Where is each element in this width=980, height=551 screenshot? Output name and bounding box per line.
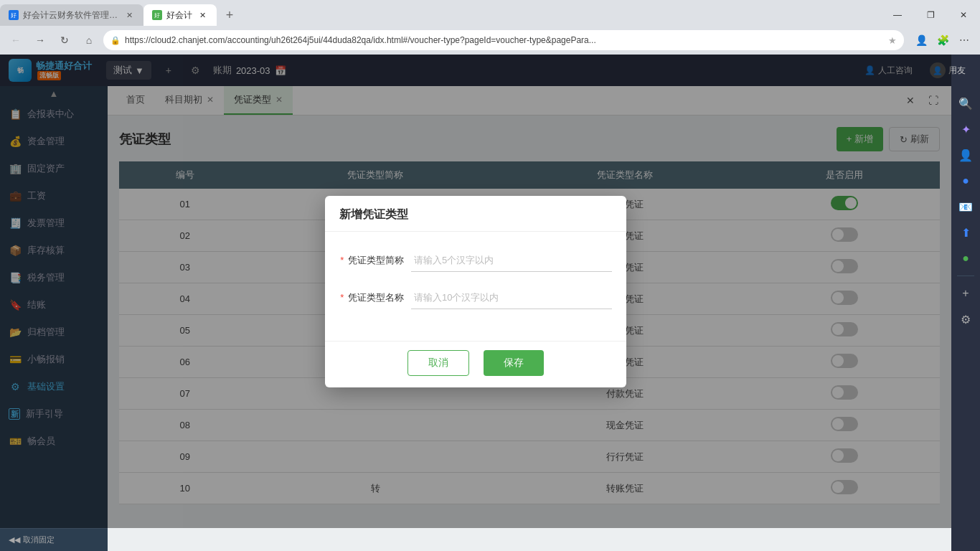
profile-icon[interactable]: 👤 bbox=[911, 30, 931, 50]
new-tab-button[interactable]: + bbox=[220, 5, 240, 25]
tab2-title: 好会计 bbox=[166, 9, 192, 22]
tab2-favicon: 好 bbox=[152, 10, 162, 20]
tab1-favicon: 好 bbox=[9, 10, 19, 20]
lock-icon: 🔒 bbox=[110, 36, 121, 45]
name-input[interactable] bbox=[411, 286, 612, 309]
browser-menu[interactable]: ⋯ bbox=[954, 30, 974, 50]
reload-button[interactable]: ↻ bbox=[55, 30, 75, 50]
rp-circle-btn[interactable]: ● bbox=[954, 169, 977, 192]
restore-button[interactable]: ❐ bbox=[914, 2, 947, 28]
name-label: * 凭证类型名称 bbox=[339, 291, 411, 304]
home-button[interactable]: ⌂ bbox=[79, 30, 99, 50]
tab2-close[interactable]: ✕ bbox=[197, 9, 208, 21]
tab1-close[interactable]: ✕ bbox=[123, 9, 135, 21]
abbr-input[interactable] bbox=[411, 249, 612, 272]
rp-divider bbox=[957, 276, 974, 276]
abbr-form-row: * 凭证类型简称 bbox=[339, 249, 612, 272]
modal-title: 新增凭证类型 bbox=[339, 208, 408, 220]
rp-email-btn[interactable]: 📧 bbox=[954, 195, 977, 218]
name-form-row: * 凭证类型名称 bbox=[339, 286, 612, 309]
browser-tab-2[interactable]: 好 好会计 ✕ bbox=[143, 4, 217, 26]
modal-header: 新增凭证类型 bbox=[325, 196, 626, 232]
name-label-text: 凭证类型名称 bbox=[348, 292, 404, 303]
save-button[interactable]: 保存 bbox=[484, 350, 544, 376]
rp-search-btn[interactable]: 🔍 bbox=[954, 92, 977, 115]
browser-tab-1[interactable]: 好 好会计云财务软件管理系统_会计 ✕ bbox=[0, 4, 143, 26]
abbr-label: * 凭证类型简称 bbox=[339, 254, 411, 267]
rp-star-btn[interactable]: ✦ bbox=[954, 118, 977, 141]
url-text: https://cloud2.chanjet.com/accounting/uh… bbox=[125, 35, 884, 45]
back-button[interactable]: ← bbox=[6, 30, 26, 50]
rp-add-btn[interactable]: + bbox=[954, 282, 977, 305]
modal-overlay: 新增凭证类型 * 凭证类型简称 * 凭证类型名称 取消 保存 bbox=[0, 55, 951, 528]
rp-arrow-btn[interactable]: ⬆ bbox=[954, 221, 977, 244]
bookmark-icon: ★ bbox=[888, 35, 897, 46]
abbr-label-text: 凭证类型简称 bbox=[348, 255, 404, 265]
modal-footer: 取消 保存 bbox=[325, 341, 626, 387]
forward-button[interactable]: → bbox=[30, 30, 50, 50]
modal-dialog: 新增凭证类型 * 凭证类型简称 * 凭证类型名称 取消 保存 bbox=[325, 196, 626, 387]
rp-gear-btn[interactable]: ⚙ bbox=[954, 308, 977, 331]
cancel-fixed-icon: ◀◀ bbox=[9, 535, 20, 545]
extensions-icon[interactable]: 🧩 bbox=[933, 30, 953, 50]
minimize-button[interactable]: — bbox=[881, 2, 914, 28]
tab1-title: 好会计云财务软件管理系统_会计 bbox=[23, 9, 119, 22]
cancel-fixed-label: 取消固定 bbox=[23, 534, 55, 545]
close-button[interactable]: ✕ bbox=[947, 2, 980, 28]
rp-green-btn[interactable]: ● bbox=[954, 247, 977, 270]
name-required: * bbox=[340, 292, 344, 303]
abbr-required: * bbox=[340, 255, 344, 265]
cancel-button[interactable]: 取消 bbox=[407, 350, 469, 376]
address-bar[interactable]: 🔒 https://cloud2.chanjet.com/accounting/… bbox=[103, 30, 904, 50]
cancel-fixed-button[interactable]: ◀◀ 取消固定 bbox=[0, 528, 108, 551]
rp-person-btn[interactable]: 👤 bbox=[954, 143, 977, 166]
right-panel: 🔍 ✦ 👤 ● 📧 ⬆ ● + ⚙ bbox=[951, 86, 980, 551]
modal-body: * 凭证类型简称 * 凭证类型名称 bbox=[325, 232, 626, 341]
